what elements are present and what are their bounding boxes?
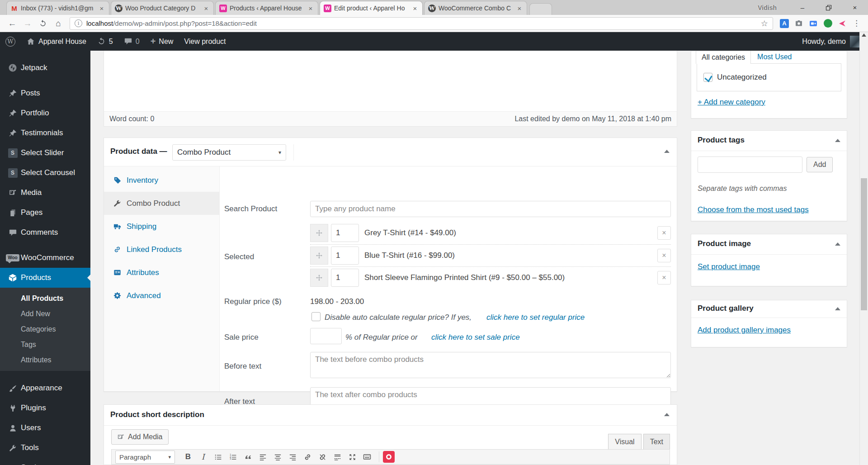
close-icon[interactable]: × — [411, 5, 419, 12]
collapse-toggle-icon[interactable] — [835, 139, 840, 142]
translate-extension-icon[interactable]: A — [778, 17, 791, 30]
numbered-list-icon[interactable]: 123 — [226, 451, 240, 463]
browser-menu-icon[interactable]: ⋮ — [850, 17, 863, 30]
drag-handle[interactable] — [310, 224, 328, 242]
tab-combo-product[interactable]: Combo Product — [104, 192, 219, 215]
close-icon[interactable]: × — [307, 5, 314, 12]
sidebar-subitem-categories[interactable]: Categories — [0, 322, 90, 337]
forward-button[interactable]: → — [20, 17, 35, 30]
visual-tab[interactable]: Visual — [608, 434, 641, 449]
quantity-input[interactable] — [331, 224, 359, 242]
home-button[interactable]: ⌂ — [51, 17, 66, 30]
set-product-image-link[interactable]: Set product image — [698, 262, 760, 271]
sidebar-item-settings[interactable]: Settings — [0, 458, 90, 465]
browser-profile-name[interactable]: Vidish — [758, 4, 777, 11]
sidebar-item-woocommerce[interactable]: Woo WooCommerce — [0, 248, 90, 268]
remove-link-icon[interactable] — [316, 451, 329, 463]
sidebar-item-testimonials[interactable]: Testimonials — [0, 123, 90, 143]
set-sale-price-link[interactable]: click here to set sale price — [431, 333, 520, 342]
remove-row-button[interactable]: × — [657, 249, 671, 262]
tab-inventory[interactable]: Inventory — [104, 169, 219, 192]
account-menu[interactable]: Howdy, demo — [802, 36, 868, 47]
sidebar-item-posts[interactable]: Posts — [0, 83, 90, 103]
new-tab-stub[interactable] — [529, 3, 552, 15]
back-button[interactable]: ← — [5, 17, 20, 30]
camera-extension-icon[interactable] — [792, 17, 806, 30]
uncategorized-checkbox[interactable] — [703, 73, 712, 82]
insert-link-icon[interactable] — [301, 451, 314, 463]
drag-handle[interactable] — [310, 247, 328, 265]
read-more-tag-icon[interactable] — [330, 451, 344, 463]
blockquote-icon[interactable] — [241, 451, 255, 463]
updates-menu[interactable]: 5 — [92, 32, 118, 51]
reload-button[interactable] — [35, 17, 51, 30]
sidebar-item-appearance[interactable]: Appearance — [0, 378, 90, 398]
minimize-button[interactable]: – — [789, 0, 816, 15]
sidebar-subitem-all-products[interactable]: All Products — [0, 291, 90, 306]
bullet-list-icon[interactable] — [211, 451, 225, 463]
collapse-toggle-icon[interactable] — [835, 307, 840, 310]
add-gallery-images-link[interactable]: Add product gallery images — [698, 326, 791, 335]
product-type-select[interactable]: Combo Product ▾ — [172, 144, 286, 161]
tag-input[interactable] — [698, 157, 802, 173]
tag-extension-icon[interactable] — [807, 17, 820, 30]
paragraph-format-select[interactable]: Paragraph ▾ — [115, 451, 175, 464]
scroll-up-arrow-icon[interactable] — [862, 33, 866, 37]
tab-inbox[interactable]: M Inbox (773) - vidish1@gm × — [6, 1, 109, 15]
most-used-tab[interactable]: Most Used — [751, 51, 798, 63]
new-content-menu[interactable]: + New — [145, 32, 179, 51]
tab-linked-products[interactable]: Linked Products — [104, 238, 219, 261]
restore-button[interactable] — [816, 0, 842, 15]
page-info-icon[interactable]: i — [75, 19, 82, 27]
scrollbar-thumb[interactable] — [861, 178, 867, 310]
before-text-textarea[interactable] — [310, 352, 671, 378]
tab-products[interactable]: W Products ‹ Apparel House × — [215, 1, 318, 15]
tab-advanced[interactable]: Advanced — [104, 284, 219, 307]
close-icon[interactable]: × — [98, 5, 105, 12]
drag-handle[interactable] — [310, 269, 328, 287]
view-product-menu[interactable]: View product — [179, 32, 231, 51]
sidebar-subitem-add-new[interactable]: Add New — [0, 306, 90, 322]
sidebar-item-select-slider[interactable]: S Select Slider — [0, 143, 90, 163]
search-product-input[interactable] — [310, 201, 671, 217]
close-window-button[interactable]: × — [842, 0, 868, 15]
sidebar-item-users[interactable]: Users — [0, 418, 90, 438]
tab-woocommerce-combo[interactable]: W WooCommerce Combo C × — [424, 1, 527, 15]
add-media-button[interactable]: Add Media — [111, 429, 169, 445]
sale-price-input[interactable] — [310, 328, 342, 344]
pink-play-extension-icon[interactable] — [835, 17, 849, 30]
all-categories-tab[interactable]: All categories — [696, 51, 751, 64]
sidebar-item-jetpack[interactable]: Jetpack — [0, 58, 90, 78]
bold-button[interactable]: B — [181, 451, 195, 463]
quantity-input[interactable] — [331, 269, 359, 287]
set-regular-price-link[interactable]: click here to set regular price — [486, 313, 585, 322]
close-icon[interactable]: × — [516, 5, 523, 12]
close-icon[interactable]: × — [203, 5, 210, 12]
toolbar-toggle-icon[interactable] — [360, 451, 374, 463]
sidebar-item-pages[interactable]: Pages — [0, 203, 90, 223]
collapse-toggle-icon[interactable] — [664, 150, 670, 153]
sidebar-item-comments[interactable]: Comments — [0, 223, 90, 242]
tab-edit-product-active[interactable]: W Edit product ‹ Apparel Ho × — [320, 1, 423, 15]
sidebar-item-portfolio[interactable]: Portfolio — [0, 103, 90, 123]
green-circle-extension-icon[interactable] — [821, 17, 835, 30]
add-new-category-link[interactable]: + Add new category — [698, 98, 765, 107]
italic-button[interactable]: I — [196, 451, 210, 463]
choose-most-used-tags-link[interactable]: Choose from the most used tags — [698, 205, 809, 214]
collapse-toggle-icon[interactable] — [835, 242, 840, 246]
disable-auto-calc-checkbox[interactable] — [311, 312, 321, 321]
sidebar-item-products[interactable]: Products — [0, 268, 90, 288]
sidebar-item-select-carousel[interactable]: S Select Carousel — [0, 163, 90, 183]
quantity-input[interactable] — [331, 247, 359, 265]
shortcode-plugin-icon[interactable] — [383, 451, 395, 463]
sidebar-item-tools[interactable]: Tools — [0, 438, 90, 458]
comments-menu[interactable]: 0 — [118, 32, 145, 51]
bookmark-star-icon[interactable]: ☆ — [761, 19, 768, 28]
site-name-menu[interactable]: Apparel House — [21, 32, 92, 51]
align-right-icon[interactable] — [286, 451, 299, 463]
wp-logo-menu[interactable]: W — [0, 32, 21, 51]
sidebar-item-media[interactable]: Media — [0, 183, 90, 203]
text-tab[interactable]: Text — [643, 434, 670, 449]
add-tag-button[interactable]: Add — [807, 157, 833, 172]
url-bar[interactable]: i localhost /demo/wp-admin/post.php?post… — [70, 17, 773, 30]
